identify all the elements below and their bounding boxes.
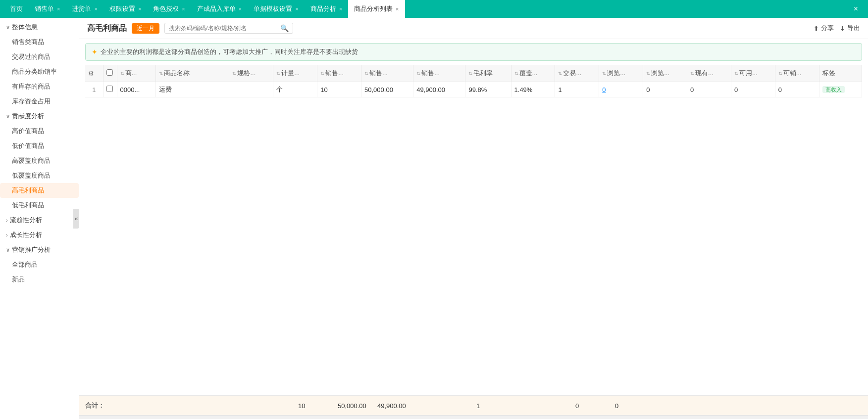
sidebar-group-trend[interactable]: › 流趋性分析: [0, 213, 79, 228]
sidebar-item-sales-goods[interactable]: 销售类商品: [0, 35, 79, 49]
close-icon[interactable]: ×: [94, 6, 97, 12]
close-icon[interactable]: ×: [182, 6, 185, 12]
sidebar-item-low-coverage[interactable]: 低覆盖度商品: [0, 168, 79, 183]
cell-sales-amount: 50,000.00: [361, 82, 413, 97]
col-available-stock: ⇅ 可用...: [731, 65, 775, 82]
sidebar-group-overall[interactable]: ∨ 整体信息: [0, 20, 79, 35]
sidebar-item-new-goods[interactable]: 新品: [0, 272, 79, 287]
search-input[interactable]: [169, 25, 280, 32]
arrow-icon: ∨: [6, 247, 10, 253]
nav-roles[interactable]: 角色授权 ×: [147, 0, 191, 18]
share-icon: ⬆: [814, 25, 819, 32]
table-container[interactable]: ⚙ ⇅ 商... ⇅: [79, 65, 868, 395]
sort-icon[interactable]: ⇅: [364, 71, 368, 76]
sidebar-item-low-value[interactable]: 低价值商品: [0, 139, 79, 153]
nav-sales[interactable]: 销售单 ×: [29, 0, 66, 18]
nav-analysis[interactable]: 商品分析 ×: [305, 0, 348, 18]
sort-icon[interactable]: ⇅: [778, 71, 782, 76]
sort-icon[interactable]: ⇅: [159, 71, 163, 76]
export-icon: ⬇: [840, 25, 845, 32]
sidebar-item-high-margin[interactable]: 高毛利商品: [0, 183, 79, 198]
col-browse1: ⇅ 浏览...: [599, 65, 643, 82]
sort-icon[interactable]: ⇅: [514, 71, 518, 76]
sort-icon[interactable]: ⇅: [120, 71, 124, 76]
period-button[interactable]: 近一月: [132, 23, 159, 34]
cell-sales-qty: 10: [317, 82, 361, 97]
close-icon[interactable]: ×: [339, 6, 342, 12]
window-close-button[interactable]: ×: [848, 0, 864, 18]
footer-total-amount: 50,000.00: [335, 402, 374, 410]
search-box: 🔍: [164, 23, 293, 34]
col-checkbox: [103, 65, 117, 82]
col-sellable-stock: ⇅ 可销...: [775, 65, 819, 82]
sort-icon[interactable]: ⇅: [232, 71, 236, 76]
cell-available-stock: 0: [731, 82, 775, 97]
row-checkbox[interactable]: [106, 86, 113, 92]
cell-rownum: 1: [85, 82, 103, 97]
close-icon[interactable]: ×: [138, 6, 141, 12]
nav-template[interactable]: 单据模板设置 ×: [248, 0, 304, 18]
cell-gross-margin: 99.8%: [465, 82, 511, 97]
nav-home[interactable]: 首页: [4, 0, 29, 18]
export-button[interactable]: ⬇ 导出: [840, 24, 860, 33]
sort-icon[interactable]: ⇅: [468, 71, 472, 76]
sort-icon[interactable]: ⇅: [558, 71, 562, 76]
sidebar-item-all-goods[interactable]: 全部商品: [0, 257, 79, 272]
top-nav: 首页 销售单 × 进货单 × 权限设置 × 角色授权 × 产成品入库单 × 单据…: [0, 0, 868, 18]
arrow-right-icon: ›: [6, 232, 8, 238]
sort-icon[interactable]: ⇅: [690, 71, 694, 76]
info-banner: ✦ 企业的主要的利润都是这部分商品创造的，可考虑加大推广，同时关注库存是不要出现…: [85, 43, 862, 61]
settings-icon[interactable]: ⚙: [88, 70, 94, 77]
close-icon[interactable]: ×: [396, 6, 399, 12]
sort-icon[interactable]: ⇅: [416, 71, 420, 76]
cell-current-stock: 0: [687, 82, 731, 97]
sort-icon[interactable]: ⇅: [276, 71, 280, 76]
main-layout: ∨ 整体信息 销售类商品 交易过的商品 商品分类助销率 有库存的商品 库存资金占…: [0, 18, 868, 419]
arrow-right-icon: ›: [6, 217, 8, 223]
cell-checkbox: [103, 82, 117, 97]
nav-purchase[interactable]: 进货单 ×: [66, 0, 103, 18]
nav-analysis-list[interactable]: 商品分析列表 ×: [348, 0, 405, 18]
close-icon[interactable]: ×: [239, 6, 242, 12]
sidebar-item-traded-goods[interactable]: 交易过的商品: [0, 49, 79, 64]
nav-stock-in[interactable]: 产成品入库单 ×: [191, 0, 248, 18]
bottom-scrollbar[interactable]: [79, 415, 868, 419]
sidebar-group-growth[interactable]: › 成长性分析: [0, 228, 79, 242]
table-header-row: ⚙ ⇅ 商... ⇅: [85, 65, 862, 82]
search-icon[interactable]: 🔍: [280, 24, 289, 32]
sidebar-item-stocked-goods[interactable]: 有库存的商品: [0, 79, 79, 94]
sidebar-group-contribution[interactable]: ∨ 贡献度分析: [0, 109, 79, 124]
cell-browse1: 0: [599, 82, 643, 97]
sidebar-collapse-button[interactable]: «: [73, 209, 79, 229]
col-code: ⇅ 商...: [117, 65, 155, 82]
sidebar: ∨ 整体信息 销售类商品 交易过的商品 商品分类助销率 有库存的商品 库存资金占…: [0, 18, 79, 419]
sidebar-item-category-assist[interactable]: 商品分类助销率: [0, 64, 79, 79]
sidebar-item-high-value[interactable]: 高价值商品: [0, 124, 79, 139]
page-title: 高毛利商品: [87, 23, 127, 34]
close-icon[interactable]: ×: [57, 6, 60, 12]
arrow-icon: ∨: [6, 113, 10, 120]
footer-total-current: 0: [572, 402, 612, 410]
sidebar-item-high-coverage[interactable]: 高覆盖度商品: [0, 153, 79, 168]
col-rownum: ⚙: [85, 65, 103, 82]
sidebar-item-stock-capital[interactable]: 库存资金占用: [0, 94, 79, 109]
sort-icon[interactable]: ⇅: [646, 71, 650, 76]
sort-icon[interactable]: ⇅: [320, 71, 324, 76]
footer-cell-empty5: [236, 402, 265, 410]
sort-icon[interactable]: ⇅: [734, 71, 738, 76]
sort-icon[interactable]: ⇅: [602, 71, 606, 76]
col-coverage: ⇅ 覆盖...: [511, 65, 555, 82]
info-icon: ✦: [92, 48, 98, 56]
footer-empty-margin: [414, 402, 444, 410]
footer-cell-empty1: [125, 402, 143, 410]
data-table: ⚙ ⇅ 商... ⇅: [85, 65, 862, 97]
nav-permissions[interactable]: 权限设置 ×: [103, 0, 147, 18]
share-button[interactable]: ⬆ 分享: [814, 24, 834, 33]
footer-total-trade: 1: [473, 402, 513, 410]
sidebar-item-low-margin[interactable]: 低毛利商品: [0, 198, 79, 213]
sidebar-group-marketing[interactable]: ∨ 营销推广分析: [0, 242, 79, 257]
select-all-checkbox[interactable]: [106, 69, 113, 76]
content-header: 高毛利商品 近一月 🔍 ⬆ 分享 ⬇ 导出: [79, 18, 868, 39]
close-icon[interactable]: ×: [295, 6, 298, 12]
col-name: ⇅ 商品名称: [155, 65, 229, 82]
